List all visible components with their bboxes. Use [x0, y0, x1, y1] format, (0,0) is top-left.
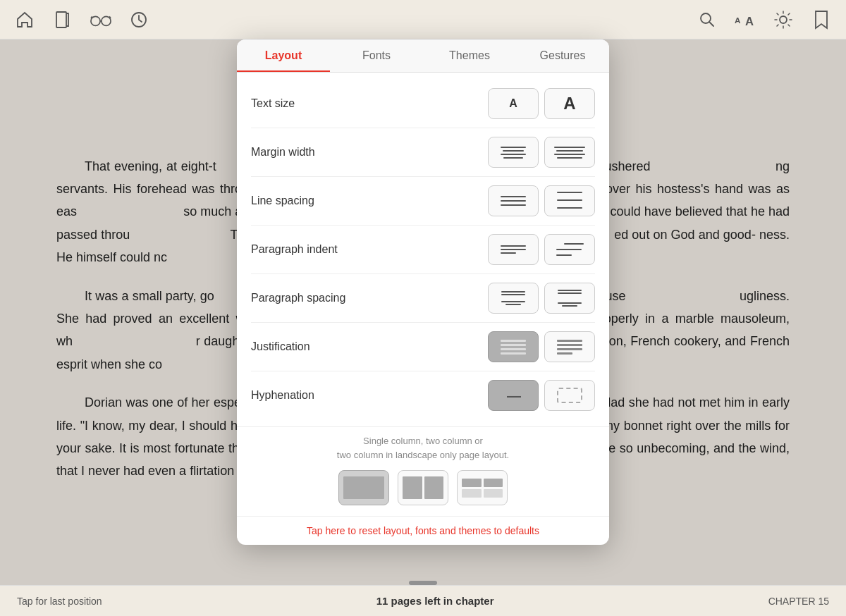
search-icon[interactable] [697, 9, 718, 30]
tab-layout[interactable]: Layout [237, 39, 330, 72]
svg-text:A: A [735, 16, 741, 25]
paragraph-spacing-label: Paragraph spacing [251, 292, 488, 304]
text-size-small-button[interactable]: A [488, 88, 539, 119]
margin-wide-button[interactable] [488, 137, 539, 168]
line-spacing-wide-icon [557, 192, 582, 210]
column-options [251, 470, 595, 505]
svg-rect-0 [56, 12, 66, 27]
reset-link[interactable]: Tap here to reset layout, fonts and them… [237, 516, 609, 545]
clock-icon[interactable] [128, 9, 149, 30]
margin-width-controls [488, 137, 595, 168]
paragraph-indent-controls [488, 234, 595, 265]
nav-left [14, 9, 149, 30]
tab-fonts[interactable]: Fonts [330, 39, 423, 72]
margin-narrow-button[interactable] [544, 137, 595, 168]
two-column-landscape-icon [462, 476, 503, 499]
para-spacing-small-icon [501, 291, 525, 305]
hyphen-on-icon: — [507, 388, 520, 404]
hyphen-off-icon [557, 388, 582, 403]
paragraph-spacing-row: Paragraph spacing [251, 274, 595, 323]
two-column-landscape-button[interactable] [457, 470, 508, 505]
line-spacing-wide-button[interactable] [544, 185, 595, 216]
hyphenation-row: Hyphenation — [251, 371, 595, 419]
paragraph-spacing-small-button[interactable] [488, 283, 539, 314]
two-column-icon-right [424, 476, 444, 499]
margin-narrow-icon [554, 147, 585, 159]
line-spacing-label: Line spacing [251, 195, 488, 207]
paragraph-indent-yes-button[interactable] [544, 234, 595, 265]
justify-full-icon [501, 340, 526, 355]
margin-wide-icon [501, 147, 526, 159]
two-column-button[interactable] [398, 470, 448, 505]
svg-point-2 [102, 16, 111, 25]
tab-themes[interactable]: Themes [423, 39, 516, 72]
home-icon[interactable] [14, 9, 35, 30]
single-column-icon [343, 476, 384, 499]
main-content: CHAPTER 15 That evening, at eight-t on-h… [0, 39, 846, 585]
margin-width-label: Margin width [251, 146, 488, 159]
line-spacing-row: Line spacing [251, 177, 595, 226]
svg-point-1 [91, 16, 100, 25]
justify-left-button[interactable] [544, 331, 595, 362]
bookmark-icon[interactable] [811, 9, 832, 30]
margin-width-row: Margin width [251, 128, 595, 177]
book-icon[interactable] [52, 9, 73, 30]
justification-row: Justification [251, 323, 595, 371]
justification-label: Justification [251, 340, 488, 353]
justify-full-button[interactable] [488, 331, 539, 362]
para-spacing-large-icon [558, 290, 582, 307]
line-spacing-normal-icon [501, 196, 526, 206]
column-section: Single column, two column ortwo column i… [237, 426, 609, 516]
text-size-controls: A A [488, 88, 595, 119]
brightness-icon[interactable] [773, 9, 794, 30]
justify-left-icon [557, 340, 582, 355]
paragraph-indent-label: Paragraph indent [251, 243, 488, 256]
paragraph-indent-none-icon [501, 245, 526, 254]
text-size-row: Text size A A [251, 80, 595, 128]
hyphenation-label: Hyphenation [251, 389, 488, 402]
justification-controls [488, 331, 595, 362]
bottom-right-label: CHAPTER 15 [768, 596, 829, 607]
svg-point-7 [780, 16, 787, 23]
text-size-icon[interactable]: A A [735, 9, 756, 30]
top-nav: A A [0, 0, 846, 39]
tab-gestures[interactable]: Gestures [516, 39, 609, 72]
glasses-icon[interactable] [90, 9, 111, 30]
paragraph-indent-none-button[interactable] [488, 234, 539, 265]
nav-right: A A [697, 9, 832, 30]
paragraph-spacing-controls [488, 283, 595, 314]
bottom-left-label: Tap for last position [17, 596, 102, 607]
hyphenation-on-button[interactable]: — [488, 380, 539, 411]
single-column-button[interactable] [338, 470, 389, 505]
paragraph-indent-yes-icon [556, 243, 584, 256]
popup-panel: Layout Fonts Themes Gestures Text size A… [237, 39, 609, 545]
column-hint: Single column, two column ortwo column i… [251, 434, 595, 462]
line-spacing-controls [488, 185, 595, 216]
text-size-label: Text size [251, 97, 488, 110]
two-column-icon-left [403, 476, 422, 499]
tab-bar: Layout Fonts Themes Gestures [237, 39, 609, 73]
hyphenation-controls: — [488, 380, 595, 411]
bottom-center-label: 11 pages left in chapter [376, 595, 494, 607]
hyphenation-off-button[interactable] [544, 380, 595, 411]
paragraph-spacing-large-button[interactable] [544, 283, 595, 314]
bottom-bar: Tap for last position 11 pages left in c… [0, 585, 846, 616]
text-size-large-button[interactable]: A [544, 88, 595, 119]
line-spacing-normal-button[interactable] [488, 185, 539, 216]
settings-body: Text size A A Margin width [237, 73, 609, 426]
svg-text:A: A [745, 15, 754, 28]
paragraph-indent-row: Paragraph indent [251, 226, 595, 274]
